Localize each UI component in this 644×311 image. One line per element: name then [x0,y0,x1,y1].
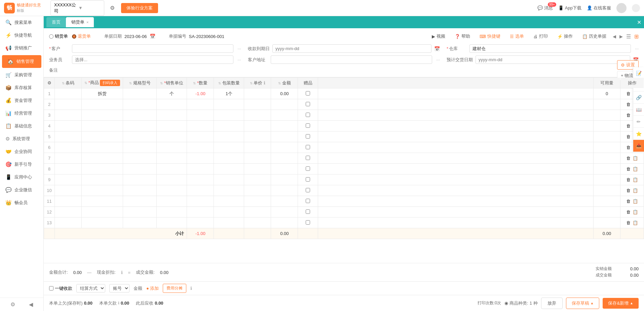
expense-split-btn[interactable]: 费用分摊 [163,284,186,293]
grid-view-icon[interactable]: ⊞ [634,33,639,40]
radio-return[interactable]: 退货单 [72,33,91,39]
row-spec[interactable] [123,88,157,99]
radio-sales-input[interactable] [49,34,53,39]
sidebar-item-enterprise[interactable]: 🤝 企业协同 [0,145,43,158]
due-date-input[interactable] [272,44,431,53]
copy-icon[interactable]: 📋 [633,209,638,215]
help-btn[interactable]: ❓ 帮助 [452,32,473,41]
delete-icon[interactable]: 🗑 [626,199,631,204]
row-gift[interactable] [298,88,318,99]
copy-icon[interactable]: 📋 [633,220,638,225]
expected-date-input[interactable] [476,55,630,64]
delete-icon[interactable]: 🗑 [626,188,631,193]
gift-checkbox[interactable] [306,123,310,128]
rp-book-icon[interactable]: 📖 [633,104,644,116]
customer-addr-input[interactable] [271,55,432,64]
row-amount[interactable]: 0.00 [271,88,298,99]
sidebar-item-quick-nav[interactable]: ⚡ 快捷导航 [0,29,43,42]
tabs-close-icon[interactable]: ✕ [637,19,641,26]
radio-return-input[interactable] [72,34,76,39]
delete-icon[interactable]: 🗑 [626,177,631,182]
sidebar-search[interactable]: 🔍 搜索菜单 [0,16,43,29]
company-selector[interactable]: XXXXXX公司 ▼ [50,0,104,16]
sidebar-item-purchase[interactable]: 🛒 采购管理 [0,69,43,81]
customer-dots[interactable]: ··· [237,46,241,51]
video-btn[interactable]: ▶ 视频 [429,32,448,41]
rp-edit-icon[interactable]: ✏ [633,116,644,128]
add-payment-btn[interactable]: ● 添加 [146,285,159,291]
date-calendar-icon[interactable]: 📅 [150,34,155,39]
one-click-checkbox[interactable] [49,286,53,290]
warehouse-input[interactable] [469,44,631,53]
gift-checkbox[interactable] [306,91,310,95]
delete-icon[interactable]: 🗑 [626,145,631,150]
gift-checkbox[interactable] [306,102,310,106]
tab-sales-order[interactable]: 销货单 × [66,17,94,27]
prev-icon[interactable]: ◀ [613,34,616,39]
gift-checkbox[interactable] [306,177,310,182]
discount-info-icon[interactable]: ℹ [121,270,123,275]
warehouse-dots[interactable]: ··· [635,46,639,51]
gift-checkbox[interactable] [306,209,310,214]
gift-checkbox[interactable] [306,156,310,160]
list-view-icon[interactable]: ☰ [626,33,631,40]
select-btn[interactable]: ☰ 选单 [507,32,527,41]
discard-button[interactable]: 放弃 [541,298,563,309]
user-menu-icon[interactable] [632,4,640,12]
sidebar-item-operations[interactable]: 📊 经营管理 [0,107,43,120]
addr-dots[interactable]: ··· [436,57,440,62]
customer-input[interactable] [72,44,233,53]
rp-star-icon[interactable]: ⭐ [633,128,644,140]
delete-icon[interactable]: 🗑 [626,102,631,107]
row-qty[interactable]: -1.00 [187,88,214,99]
gift-checkbox[interactable] [306,199,310,203]
sidebar-item-member[interactable]: 👑 畅会员 [0,196,43,209]
scan-button[interactable]: 扫码录入 [100,80,120,86]
gift-checkbox[interactable] [306,166,310,171]
app-download-btn[interactable]: 📱 App下载 [558,5,581,11]
salesperson-dots[interactable]: ··· [237,57,241,62]
sidebar-item-system[interactable]: ⚙ 系统管理 [0,132,43,145]
row-price[interactable] [244,88,271,99]
row-pkg-qty[interactable]: 1个 [214,88,244,99]
save-draft-button[interactable]: 保存草稿 ▲ [566,298,600,309]
account-select[interactable]: 账号 [109,284,129,293]
sidebar-item-app-center[interactable]: 📱 应用中心 [0,171,43,184]
gift-checkbox[interactable] [306,220,310,225]
one-click-pay-check[interactable]: 一键收款 [49,285,72,291]
delete-icon[interactable]: 🗑 [626,220,631,225]
salesperson-input[interactable] [72,55,233,64]
settings-icon[interactable]: ⚙ [107,3,118,13]
arrears-info-icon[interactable]: ℹ [118,301,119,305]
sidebar-item-finance[interactable]: 💰 资金管理 [0,94,43,107]
notes-input[interactable] [72,67,639,74]
col-gear[interactable]: ⚙ [44,78,55,88]
row-barcode[interactable] [55,88,82,99]
copy-icon[interactable]: 📋 [633,156,638,161]
sidebar-item-inventory[interactable]: 📦 库存核算 [0,81,43,94]
delete-icon[interactable]: 🗑 [626,209,631,215]
sidebar-item-guide[interactable]: 🎯 新手引导 [0,158,43,171]
tab-close-icon[interactable]: × [86,20,88,24]
sidebar-item-marketing[interactable]: 📢 营销推广 [0,42,43,54]
sidebar-settings-icon[interactable]: ⚙ [10,301,15,308]
radio-sales[interactable]: 销货单 [49,33,68,39]
price-info-icon[interactable]: ℹ [264,80,265,85]
copy-icon[interactable]: 📋 [633,166,638,171]
print-btn[interactable]: 🖨 打印 [530,32,551,41]
history-btn[interactable]: 📋 历史单据 [579,32,609,41]
message-btn[interactable]: 💬 消息 99+ [537,5,553,11]
expense-info-icon[interactable]: ℹ [190,286,192,291]
next-icon[interactable]: ▶ [619,34,623,39]
delete-icon[interactable]: 🗑 [626,91,631,96]
copy-icon[interactable]: 📋 [633,177,638,182]
tab-home[interactable]: 首页 [46,17,66,27]
row-product[interactable]: 拆货 [82,88,123,99]
online-service-btn[interactable]: 👤 在线客服 [587,5,611,11]
copy-icon[interactable]: 📋 [633,188,638,193]
shortcut-btn[interactable]: ⌨ 快捷键 [477,32,503,41]
sidebar-collapse-icon[interactable]: ◀ [29,301,33,308]
sidebar-item-wechat[interactable]: 💬 企业微信 [0,184,43,196]
payment-method-select[interactable]: 结算方式 [76,284,105,293]
copy-icon[interactable]: 📋 [633,199,638,204]
